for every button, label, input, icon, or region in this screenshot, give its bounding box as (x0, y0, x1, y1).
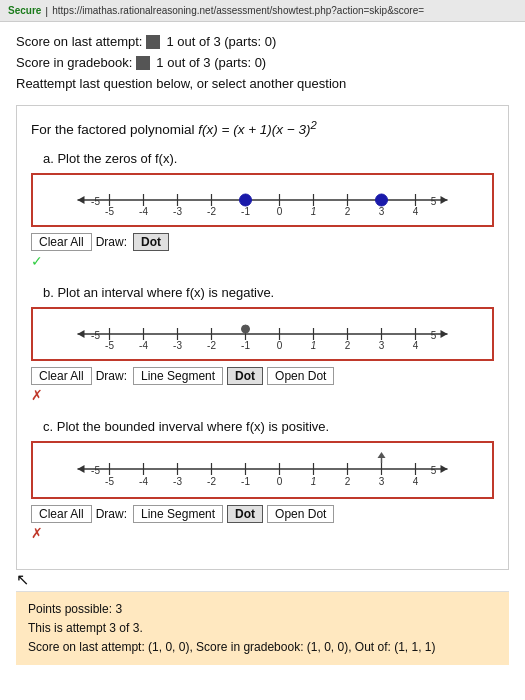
sub-c-label: c. Plot the bounded inverval where f(x) … (31, 419, 494, 434)
svg-text:-5: -5 (105, 206, 114, 217)
svg-text:1: 1 (311, 340, 317, 351)
svg-text:-4: -4 (139, 206, 148, 217)
svg-text:5: 5 (431, 465, 437, 476)
svg-point-52 (242, 325, 250, 333)
address-separator: | (45, 5, 48, 17)
checkmark-a: ✓ (31, 253, 494, 269)
svg-text:4: 4 (413, 476, 419, 487)
svg-text:-5: -5 (105, 476, 114, 487)
number-line-svg-c[interactable]: -5 -4 -3 -2 -1 0 1 2 3 (41, 449, 484, 491)
svg-text:3: 3 (379, 340, 385, 351)
xmark-b: ✗ (31, 387, 494, 403)
sub-question-b: b. Plot an interval where f(x) is negati… (31, 285, 494, 403)
number-line-svg-a[interactable]: -5 -4 -3 -2 -1 0 (41, 181, 484, 219)
svg-text:2: 2 (345, 340, 351, 351)
dot-button-b[interactable]: Dot (227, 367, 263, 385)
svg-text:-5: -5 (91, 330, 100, 341)
svg-point-23 (240, 194, 252, 206)
points-section: Points possible: 3 This is attempt 3 of … (16, 591, 509, 666)
question-box: For the factored polynomial f(x) = (x + … (16, 105, 509, 570)
svg-text:4: 4 (413, 206, 419, 217)
controls-c: Clear All Draw: Line Segment Dot Open Do… (31, 505, 494, 523)
sub-question-a: a. Plot the zeros of f(x). -5 -4 (31, 151, 494, 269)
clear-all-button-b[interactable]: Clear All (31, 367, 92, 385)
svg-text:1: 1 (311, 206, 317, 217)
dot-button-c[interactable]: Dot (227, 505, 263, 523)
url-text: https://imathas.rationalreasoning.net/as… (52, 5, 424, 16)
question-func: f(x) = (x + 1)(x − 3)2 (198, 122, 316, 137)
score-value-2: 1 out of 3 (parts: 0) (156, 55, 266, 70)
svg-text:-5: -5 (91, 196, 100, 207)
svg-text:3: 3 (379, 476, 385, 487)
page-content: Score on last attempt: 1 out of 3 (parts… (0, 22, 525, 700)
line-segment-button-c[interactable]: Line Segment (133, 505, 223, 523)
svg-point-24 (376, 194, 388, 206)
svg-marker-2 (441, 196, 448, 204)
svg-text:-1: -1 (241, 476, 250, 487)
number-line-svg-b[interactable]: -5 -4 -3 -2 -1 0 1 2 3 (41, 315, 484, 353)
svg-text:3: 3 (379, 206, 385, 217)
svg-marker-54 (78, 465, 85, 473)
score-box-2 (136, 56, 150, 70)
svg-marker-1 (78, 196, 85, 204)
sub-question-c: c. Plot the bounded inverval where f(x) … (31, 419, 494, 541)
sub-a-label: a. Plot the zeros of f(x). (31, 151, 494, 166)
svg-text:2: 2 (345, 476, 351, 487)
svg-text:4: 4 (413, 340, 419, 351)
svg-marker-28 (78, 330, 85, 338)
open-dot-button-c[interactable]: Open Dot (267, 505, 334, 523)
svg-text:-4: -4 (139, 476, 148, 487)
attempt-info: This is attempt 3 of 3. (28, 619, 497, 638)
svg-text:5: 5 (431, 330, 437, 341)
line-segment-button-b[interactable]: Line Segment (133, 367, 223, 385)
svg-marker-55 (441, 465, 448, 473)
number-line-c[interactable]: -5 -4 -3 -2 -1 0 1 2 3 (31, 441, 494, 499)
svg-text:-2: -2 (207, 476, 216, 487)
score-gradebook: Score in gradebook: 1 out of 3 (parts: 0… (16, 55, 509, 70)
svg-marker-79 (378, 452, 386, 458)
svg-text:-3: -3 (173, 340, 182, 351)
points-possible: Points possible: 3 (28, 600, 497, 619)
clear-all-button-a[interactable]: Clear All (31, 233, 92, 251)
score-label-1: Score on last attempt: (16, 34, 142, 49)
draw-label-b: Draw: (96, 369, 127, 383)
svg-text:2: 2 (345, 206, 351, 217)
score-last-attempt: Score on last attempt: 1 out of 3 (parts… (16, 34, 509, 49)
draw-label-a: Draw: (96, 235, 127, 249)
draw-label-c: Draw: (96, 507, 127, 521)
clear-all-button-c[interactable]: Clear All (31, 505, 92, 523)
secure-indicator: Secure (8, 5, 41, 16)
score-box-1 (146, 35, 160, 49)
svg-text:-3: -3 (173, 206, 182, 217)
svg-text:-5: -5 (91, 465, 100, 476)
number-line-b[interactable]: -5 -4 -3 -2 -1 0 1 2 3 (31, 307, 494, 361)
svg-text:-5: -5 (105, 340, 114, 351)
svg-text:-1: -1 (241, 206, 250, 217)
svg-text:-3: -3 (173, 476, 182, 487)
svg-text:-2: -2 (207, 206, 216, 217)
svg-text:-1: -1 (241, 340, 250, 351)
reattempt-text: Reattempt last question below, or select… (16, 76, 509, 91)
last-score-info: Score on last attempt: (1, 0, 0), Score … (28, 638, 497, 657)
score-value-1: 1 out of 3 (parts: 0) (166, 34, 276, 49)
number-line-a[interactable]: -5 -4 -3 -2 -1 0 (31, 173, 494, 227)
svg-text:1: 1 (311, 476, 317, 487)
controls-a: Clear All Draw: Dot (31, 233, 494, 251)
svg-text:0: 0 (277, 476, 283, 487)
svg-text:0: 0 (277, 206, 283, 217)
score-label-2: Score in gradebook: (16, 55, 132, 70)
svg-text:-2: -2 (207, 340, 216, 351)
question-prefix: For the factored polynomial (31, 122, 198, 137)
question-title: For the factored polynomial f(x) = (x + … (31, 118, 494, 137)
sub-b-label: b. Plot an interval where f(x) is negati… (31, 285, 494, 300)
svg-text:-4: -4 (139, 340, 148, 351)
svg-text:0: 0 (277, 340, 283, 351)
address-bar: Secure | https://imathas.rationalreasoni… (0, 0, 525, 22)
controls-b: Clear All Draw: Line Segment Dot Open Do… (31, 367, 494, 385)
open-dot-button-b[interactable]: Open Dot (267, 367, 334, 385)
xmark-c: ✗ (31, 525, 494, 541)
svg-marker-29 (441, 330, 448, 338)
svg-text:5: 5 (431, 196, 437, 207)
cursor-indicator: ↖ (16, 570, 509, 589)
dot-button-a[interactable]: Dot (133, 233, 169, 251)
